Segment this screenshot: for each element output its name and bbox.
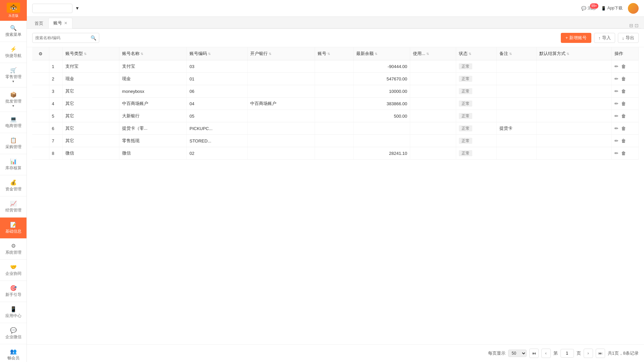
col-bank[interactable]: 开户银行 ⇅: [248, 47, 315, 60]
cell-balance: 10000.00: [353, 85, 410, 98]
tab-maximize-icon[interactable]: ⊡: [635, 23, 639, 28]
sort-type-icon[interactable]: ⇅: [84, 52, 87, 56]
col-code[interactable]: 账号编码 ⇅: [186, 47, 247, 60]
settings-icon[interactable]: ⚙: [39, 51, 43, 56]
cell-bank: [248, 147, 315, 160]
cell-code: 06: [186, 85, 247, 98]
delete-button[interactable]: 🗑: [621, 101, 626, 106]
sidebar-item-system[interactable]: ⚙ 系统管理: [0, 239, 26, 260]
col-name[interactable]: 账号名称 ⇅: [119, 47, 186, 60]
sidebar-item-operations[interactable]: 📈 经营管理: [0, 196, 26, 218]
delete-button[interactable]: 🗑: [621, 138, 626, 143]
finance-icon: 💰: [10, 179, 17, 186]
sidebar-item-finance[interactable]: 💰 资金管理: [0, 175, 26, 196]
sidebar-item-label-wechat: 企业微信: [5, 334, 21, 340]
sort-status-icon[interactable]: ⇅: [469, 52, 471, 56]
edit-button[interactable]: ✏: [614, 126, 619, 131]
operations-icon: 📈: [10, 200, 17, 207]
col-default-payment[interactable]: 默认结算方式 ⇅: [536, 47, 612, 60]
col-balance[interactable]: 最新余额 ⇅: [353, 47, 410, 60]
sort-default-payment-icon[interactable]: ⇅: [567, 52, 569, 56]
sort-code-icon[interactable]: ⇅: [208, 52, 211, 56]
tab-account-close-icon[interactable]: ✕: [64, 21, 67, 25]
col-status-label: 状态: [459, 51, 468, 57]
sidebar-item-guide[interactable]: 🎯 新手引导: [0, 281, 26, 302]
col-type[interactable]: 账号类型 ⇅: [62, 47, 119, 60]
edit-button[interactable]: ✏: [614, 101, 619, 106]
sidebar-item-inventory[interactable]: 📊 库存核算: [0, 154, 26, 175]
col-account-no[interactable]: 账号 ⇅: [315, 47, 353, 60]
delete-button[interactable]: 🗑: [621, 76, 626, 81]
cell-balance: 383866.00: [353, 98, 410, 110]
cell-balance: 28241.10: [353, 147, 410, 160]
sidebar-item-ecommerce[interactable]: 💻 电商管理: [0, 112, 26, 133]
avatar[interactable]: [628, 3, 639, 14]
app-icon: 📱: [601, 6, 606, 11]
table-row: 2 现金 现金 01 547670.00 正常 ✏ 🗑: [32, 73, 639, 85]
sidebar-menu: 🔍 搜索菜单 ⚡ 快捷导航 🛒 零售管理 ▼ 📦 批发管理 ▼ 💻 电商管理 📋…: [0, 21, 26, 362]
sidebar-item-label-enterprise: 企业协同: [5, 271, 21, 277]
sort-bank-icon[interactable]: ⇅: [269, 52, 271, 56]
prev-page-button[interactable]: ‹: [541, 349, 551, 358]
sidebar-item-search[interactable]: 🔍 搜索菜单: [0, 21, 26, 42]
sidebar-item-shortcuts[interactable]: ⚡ 快捷导航: [0, 42, 26, 63]
page-size-select[interactable]: 50 10 20 100: [508, 350, 527, 357]
sort-name-icon[interactable]: ⇅: [141, 52, 143, 56]
header-dropdown[interactable]: ▼: [75, 6, 79, 11]
edit-button[interactable]: ✏: [614, 150, 619, 156]
col-status[interactable]: 状态 ⇅: [456, 47, 497, 60]
sort-usage-icon[interactable]: ⇅: [426, 52, 429, 56]
export-button[interactable]: ↓ 导出: [618, 33, 639, 43]
sidebar-item-members[interactable]: 👥 畅会员: [0, 344, 26, 362]
cell-bank: [248, 110, 315, 122]
header-search-input[interactable]: [32, 4, 72, 13]
cell-usage: [410, 73, 456, 85]
cell-name: 支付宝: [119, 60, 186, 73]
edit-button[interactable]: ✏: [614, 88, 619, 94]
cell-code: PICKUPC...: [186, 122, 247, 135]
delete-button[interactable]: 🗑: [621, 64, 626, 69]
cell-usage: [410, 147, 456, 160]
sort-remark-icon[interactable]: ⇅: [509, 52, 512, 56]
sidebar-item-wholesale[interactable]: 📦 批发管理 ▼: [0, 87, 26, 112]
page-input[interactable]: [560, 349, 574, 358]
sidebar-item-basic[interactable]: 📝 基础信息: [0, 218, 26, 239]
add-account-button[interactable]: + 新增账号: [561, 33, 591, 43]
cell-remark: [496, 110, 536, 122]
next-page-button[interactable]: ›: [584, 349, 593, 358]
sidebar-item-apps[interactable]: 📱 应用中心: [0, 302, 26, 323]
first-page-button[interactable]: ⏮: [529, 349, 539, 358]
edit-button[interactable]: ✏: [614, 138, 619, 143]
col-usage[interactable]: 使用... ⇅: [410, 47, 456, 60]
sort-balance-icon[interactable]: ⇅: [375, 52, 377, 56]
tab-account[interactable]: 账号 ✕: [48, 18, 72, 28]
search-input[interactable]: [35, 36, 91, 40]
col-remark[interactable]: 备注 ⇅: [496, 47, 536, 60]
cell-balance: 547670.00: [353, 73, 410, 85]
sidebar-item-enterprise[interactable]: 🤝 企业协同: [0, 260, 26, 281]
cell-code: STORED...: [186, 135, 247, 147]
sidebar-item-retail[interactable]: 🛒 零售管理 ▼: [0, 63, 26, 87]
import-button[interactable]: ↑ 导入: [594, 33, 615, 43]
cell-remark: [496, 85, 536, 98]
col-settings[interactable]: ⚙: [32, 47, 49, 60]
cell-account-no: [315, 147, 353, 160]
sidebar-item-wechat[interactable]: 💬 企业微信: [0, 323, 26, 344]
tab-minimize-icon[interactable]: ⊟: [629, 23, 633, 28]
total-records: 共1页，8条记录: [608, 350, 639, 356]
edit-button[interactable]: ✏: [614, 76, 619, 81]
tab-home[interactable]: 首页: [30, 18, 48, 28]
delete-button[interactable]: 🗑: [621, 126, 626, 131]
col-remark-label: 备注: [499, 51, 508, 57]
edit-button[interactable]: ✏: [614, 64, 619, 69]
delete-button[interactable]: 🗑: [621, 113, 626, 119]
sidebar-item-purchase[interactable]: 📋 采购管理: [0, 133, 26, 154]
sidebar: 🐯 乐意版 🔍 搜索菜单 ⚡ 快捷导航 🛒 零售管理 ▼ 📦 批发管理 ▼ 💻 …: [0, 0, 27, 362]
messages-button[interactable]: 💬 消息 99+: [581, 5, 596, 11]
app-download-button[interactable]: 📱 App下载: [601, 5, 623, 11]
edit-button[interactable]: ✏: [614, 113, 619, 119]
last-page-button[interactable]: ⏭: [596, 349, 605, 358]
delete-button[interactable]: 🗑: [621, 88, 626, 94]
delete-button[interactable]: 🗑: [621, 150, 626, 156]
sort-account-no-icon[interactable]: ⇅: [327, 52, 330, 56]
